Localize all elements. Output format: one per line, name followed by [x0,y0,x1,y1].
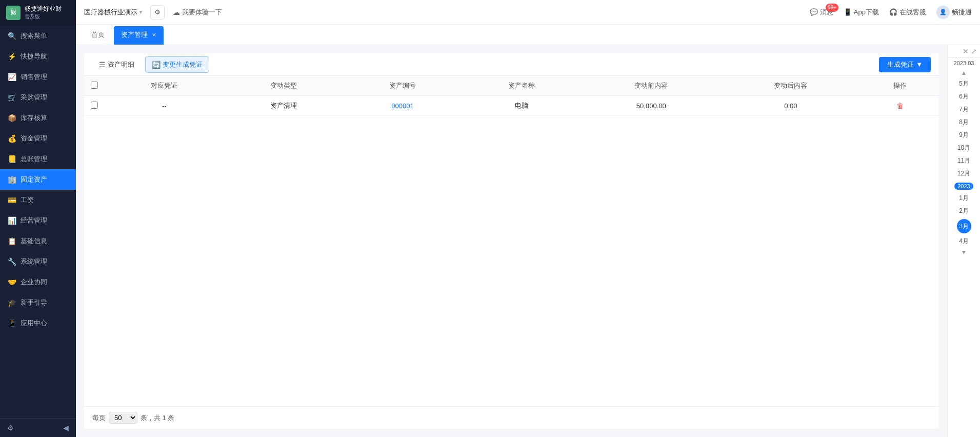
settings-button[interactable]: ⚙ [150,5,165,19]
sidebar-item-quick-nav[interactable]: ⚡ 快捷导航 [0,46,76,67]
date-nav-up-icon[interactable]: ▲ [948,68,980,77]
settings-icon[interactable]: ⚙ [7,424,14,432]
guide-icon: 🎓 [7,298,16,307]
tab-asset-mgmt[interactable]: 资产管理 ✕ [114,26,164,45]
sidebar-item-operations[interactable]: 📊 经营管理 [0,210,76,231]
ledger-label: 总账管理 [21,154,47,164]
online-service-button[interactable]: 🎧 在线客服 [889,8,926,17]
tab-close-icon[interactable]: ✕ [152,32,156,38]
sidebar-item-app-center[interactable]: 📱 应用中心 [0,313,76,333]
sub-tab-asset-detail-label: 资产明细 [108,60,134,69]
sidebar-item-payroll[interactable]: 💳 工资 [0,190,76,210]
header-change-type: 变动类型 [224,76,343,96]
company-name: 医疗器械行业演示 [84,8,137,17]
sales-icon: 📈 [7,72,16,82]
month-item-2023-2月[interactable]: 2月 [948,205,980,217]
month-item-8月[interactable]: 8月 [948,116,980,129]
fixed-assets-icon: 🏢 [7,175,16,184]
sidebar-item-sales[interactable]: 📈 销售管理 [0,67,76,87]
row-change-type: 资产清理 [224,96,343,116]
header-before-change: 变动前内容 [582,76,721,96]
tabs-bar: 首页 资产管理 ✕ [76,25,980,45]
search-icon: 🔍 [7,31,16,41]
sidebar-item-purchase[interactable]: 🛒 采购管理 [0,87,76,108]
row-voucher: -- [105,96,224,116]
generate-voucher-button[interactable]: 生成凭证 ▼ [879,57,931,72]
row-asset-code: 000001 [343,96,462,116]
sidebar-item-finance[interactable]: 💰 资金管理 [0,128,76,149]
guide-label: 新手引导 [21,298,47,307]
fixed-assets-label: 固定资产 [21,175,47,184]
page-size-select[interactable]: 50 10 20 100 [109,412,137,424]
message-icon: 💬 [810,8,818,16]
app-download-label: App下载 [854,8,879,17]
row-checkbox-0[interactable] [91,102,98,109]
date-nav-down-icon[interactable]: ▼ [948,248,980,257]
feedback-button[interactable]: ☁ 我要体验一下 [173,8,222,17]
month-item-6月[interactable]: 6月 [948,90,980,103]
finance-icon: 💰 [7,134,16,143]
month-item-9月[interactable]: 9月 [948,129,980,142]
logo-sub: 普及版 [25,13,62,21]
enterprise-icon: 🤝 [7,277,16,287]
sub-tab-asset-detail[interactable]: ☰ 资产明细 [92,56,141,73]
page-size-prefix: 每页 [92,413,106,423]
ledger-icon: 📒 [7,154,16,164]
asset-detail-icon: ☰ [99,61,106,69]
sidebar-item-guide[interactable]: 🎓 新手引导 [0,292,76,313]
system-label: 系统管理 [21,257,47,266]
app-center-label: 应用中心 [21,319,47,328]
right-panel-expand-icon[interactable]: ⤢ [971,47,977,55]
tab-home[interactable]: 首页 [84,26,112,45]
month-item-5月[interactable]: 5月 [948,77,980,90]
main-panel: ☰ 资产明细 🔄 变更生成凭证 生成凭证 ▼ [84,53,939,429]
sidebar-item-basic-info[interactable]: 📋 基础信息 [0,231,76,251]
purchase-label: 采购管理 [21,93,47,102]
month-item-10月[interactable]: 10月 [948,142,980,154]
month-item-11月[interactable]: 11月 [948,154,980,167]
right-date-panel: ✕ ⤢ 2023.03▲5月6月7月8月9月10月11月12月20231月2月3… [947,45,980,437]
month-item-2023-1月[interactable]: 1月 [948,192,980,205]
sidebar-item-inventory[interactable]: 📦 库存核算 [0,108,76,128]
logo-text: 畅捷通好业财 [25,5,62,13]
finance-label: 资金管理 [21,134,47,143]
content-area: ☰ 资产明细 🔄 变更生成凭证 生成凭证 ▼ [76,45,980,437]
gear-icon: ⚙ [154,8,161,16]
sales-label: 销售管理 [21,72,47,82]
sidebar-item-fixed-assets[interactable]: 🏢 固定资产 [0,169,76,190]
sidebar-item-search[interactable]: 🔍 搜索菜单 [0,26,76,46]
header-asset-name: 资产名称 [462,76,581,96]
avatar: 👤 [936,6,950,19]
user-profile[interactable]: 👤 畅捷通 [936,6,972,19]
sidebar-item-ledger[interactable]: 📒 总账管理 [0,149,76,169]
table-row: -- 资产清理 000001 电脑 50,000.00 0.00 🗑 [84,96,939,116]
month-item-2023-3月[interactable]: 3月 [948,217,980,235]
select-all-checkbox[interactable] [91,82,98,89]
row-before-change: 50,000.00 [582,96,721,116]
message-button[interactable]: 💬 消息 99+ [810,8,833,17]
app-download-button[interactable]: 📱 App下载 [844,8,879,17]
payroll-icon: 💳 [7,195,16,205]
collapse-icon[interactable]: ◀ [63,424,69,432]
sidebar-logo: 财 畅捷通好业财 普及版 [0,0,76,26]
month-item-2023-4月[interactable]: 4月 [948,235,980,248]
company-arrow-icon: ▾ [139,9,142,15]
delete-icon[interactable]: 🗑 [896,102,904,110]
sub-tab-change-voucher[interactable]: 🔄 变更生成凭证 [145,56,209,73]
topbar: 医疗器械行业演示 ▾ ⚙ ☁ 我要体验一下 💬 消息 99+ 📱 App下载 🎧… [76,0,980,25]
message-badge: 99+ [826,4,838,12]
month-item-12月[interactable]: 12月 [948,167,980,180]
year-2023-tag[interactable]: 2023 [954,183,973,190]
topbar-right: 💬 消息 99+ 📱 App下载 🎧 在线客服 👤 畅捷通 [810,6,972,19]
sidebar-item-system[interactable]: 🔧 系统管理 [0,251,76,272]
content-main: ☰ 资产明细 🔄 变更生成凭证 生成凭证 ▼ [76,45,947,437]
operations-icon: 📊 [7,216,16,225]
sidebar: 财 畅捷通好业财 普及版 🔍 搜索菜单 ⚡ 快捷导航 📈 销售管理 🛒 采购管理… [0,0,76,437]
sidebar-item-enterprise[interactable]: 🤝 企业协同 [0,272,76,292]
month-item-7月[interactable]: 7月 [948,103,980,116]
company-selector[interactable]: 医疗器械行业演示 ▾ [84,8,142,17]
generate-voucher-label: 生成凭证 [887,60,914,69]
system-icon: 🔧 [7,257,16,266]
right-panel-close-icon[interactable]: ✕ [963,47,969,55]
table-header-row: 对应凭证 变动类型 资产编号 资产名称 变动前内容 变动后内容 操作 [84,76,939,96]
